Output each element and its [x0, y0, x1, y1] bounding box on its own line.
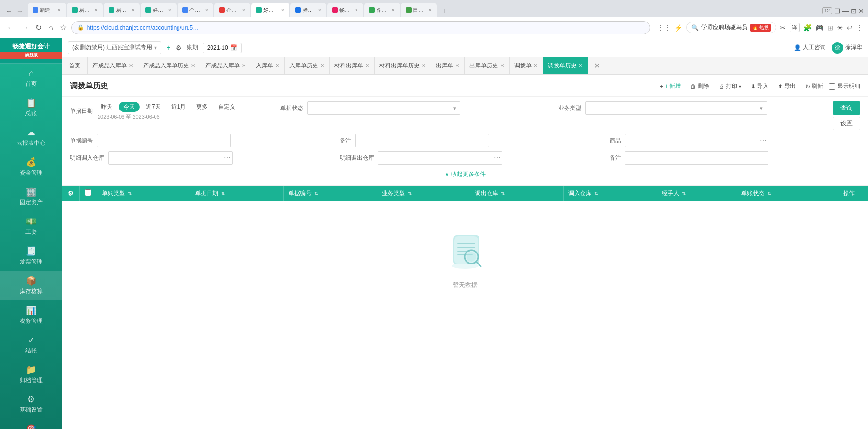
lightning-icon[interactable]: ⚡ — [674, 24, 682, 32]
show-hide-checkbox[interactable] — [829, 83, 835, 90]
close-icon[interactable]: ✕ — [242, 63, 246, 69]
grid-icon[interactable]: ⋮⋮ — [657, 24, 670, 32]
browser-tab-9[interactable]: 各… ✕ — [364, 3, 400, 17]
sidebar-item-funds[interactable]: 💰 资金管理 — [0, 152, 62, 182]
tab-home[interactable]: 首页 — [62, 57, 88, 75]
nav-refresh[interactable]: ↻ — [33, 21, 44, 34]
browser-tab-3[interactable]: 易… ✕ — [104, 3, 140, 17]
tab-material-outbound[interactable]: 材料出库单 ✕ — [330, 57, 375, 75]
nav-back[interactable]: ← — [5, 22, 16, 34]
extension-icon1[interactable]: 🧩 — [803, 24, 812, 32]
col-no[interactable]: 单据编号 ⇅ — [283, 186, 377, 201]
tab-close[interactable]: ✕ — [94, 8, 98, 12]
date-btn-yesterday[interactable]: 昨天 — [97, 101, 117, 112]
date-btn-more[interactable]: 更多 — [192, 101, 212, 112]
query-button[interactable]: 查询 — [833, 101, 860, 115]
extension-icon2[interactable]: 🎮 — [815, 24, 823, 32]
tab-inbound[interactable]: 入库单 ✕ — [251, 57, 285, 75]
import-button[interactable]: ⬇ 导入 — [747, 80, 772, 92]
col-out-warehouse[interactable]: 调出仓库 ⇅ — [470, 186, 563, 201]
tab-product-inbound-history[interactable]: 产成品入库单历史 ✕ — [138, 57, 200, 75]
tab-close[interactable]: ✕ — [281, 8, 285, 12]
close-icon[interactable]: ✕ — [534, 63, 538, 69]
nav-bookmark[interactable]: ☆ — [58, 21, 68, 34]
browser-tab-7[interactable]: 腾… ✕ — [290, 3, 326, 17]
sidebar-item-guide[interactable]: 🎯 新手引导 — [0, 419, 62, 429]
browser-tab-1[interactable]: 新建 ✕ — [28, 3, 66, 17]
col-handler[interactable]: 经手人 ⇅ — [657, 186, 736, 201]
print-button[interactable]: 🖨 打印 ▾ — [715, 80, 745, 92]
close-icon[interactable]: ✕ — [129, 63, 133, 69]
sidebar-item-assets[interactable]: 🏢 固定资产 — [0, 182, 62, 211]
close-icon[interactable]: ✕ — [455, 63, 459, 69]
checkbox-col-header[interactable] — [79, 186, 97, 201]
close-icon[interactable]: ✕ — [320, 63, 324, 69]
goods-input[interactable] — [625, 134, 768, 147]
settings-col-header[interactable]: ⚙ — [62, 186, 79, 201]
remark2-input[interactable] — [625, 151, 768, 165]
col-type[interactable]: 单账类型 ⇅ — [97, 186, 190, 201]
col-date[interactable]: 单据日期 ⇅ — [190, 186, 283, 201]
goods-ellipsis[interactable]: ⋯ — [760, 137, 767, 144]
nav-home[interactable]: ⌂ — [46, 22, 55, 34]
nav-forward[interactable]: → — [19, 22, 31, 34]
search-bar[interactable]: 🔍 学霸应聘场驱鸟员 🔥 热搜 — [686, 22, 776, 33]
sidebar-item-reports[interactable]: ☁ 云报表中心 — [0, 122, 62, 152]
browser-tab-5[interactable]: 个… ✕ — [178, 3, 213, 17]
export-button[interactable]: ⬆ 导出 — [774, 80, 800, 92]
tab-outbound[interactable]: 出库单 ✕ — [431, 57, 465, 75]
browser-tab-10[interactable]: 目… ✕ — [401, 3, 437, 17]
tab-close[interactable]: ✕ — [391, 8, 395, 12]
menu-icon[interactable]: ⋮ — [857, 24, 863, 32]
browser-tab-6[interactable]: 企… ✕ — [214, 3, 250, 17]
company-selector[interactable]: (勿删勿禁用) 江西服宝测试专用 ▾ — [68, 41, 161, 54]
refresh-button[interactable]: ↻ 刷新 — [801, 80, 827, 92]
detail-out-input[interactable] — [378, 151, 502, 165]
set-button[interactable]: 设置 — [833, 117, 860, 130]
tab-inbound-history[interactable]: 入库单历史 ✕ — [285, 57, 330, 75]
detail-in-input[interactable] — [108, 151, 233, 165]
tab-material-outbound-history[interactable]: 材料出库单历史 ✕ — [375, 57, 431, 75]
tab-product-inbound-2[interactable]: 产成品入库单 ✕ — [200, 57, 251, 75]
new-button[interactable]: + + 新增 — [656, 80, 685, 92]
biz-type-select[interactable]: ▾ — [585, 101, 767, 115]
browser-tab-active[interactable]: 好… ✕ — [251, 3, 289, 17]
remark-input[interactable] — [355, 134, 489, 147]
sidebar-item-tax[interactable]: 📊 税务管理 — [0, 300, 62, 330]
close-icon[interactable]: ✕ — [579, 63, 583, 69]
period-selector[interactable]: 2021-10 📅 — [203, 43, 242, 53]
translate-icon[interactable]: 译 — [790, 23, 800, 32]
browser-tab-8[interactable]: 畅… ✕ — [327, 3, 363, 17]
settings-button[interactable]: ⚙ — [176, 44, 182, 52]
sidebar-item-inventory[interactable]: 📦 库存核算 — [0, 271, 62, 300]
tab-close[interactable]: ✕ — [428, 8, 432, 12]
close-icon[interactable]: ✕ — [422, 63, 426, 69]
delete-button[interactable]: 🗑 删除 — [687, 80, 713, 92]
user-service[interactable]: 👤 人工咨询 — [794, 44, 826, 52]
show-hide-toggle[interactable]: 显示明细 — [829, 82, 860, 90]
doc-no-input[interactable] — [97, 134, 231, 147]
extension-icon3[interactable]: ⊞ — [827, 24, 833, 32]
date-btn-today[interactable]: 今天 — [119, 102, 140, 112]
col-in-warehouse[interactable]: 调入仓库 ⇅ — [563, 186, 657, 201]
close-icon[interactable]: ✕ — [191, 63, 195, 69]
close-icon[interactable]: ✕ — [365, 63, 369, 69]
sidebar-item-settings[interactable]: ⚙ 基础设置 — [0, 389, 62, 419]
sidebar-item-home[interactable]: ⌂ 首页 — [0, 64, 62, 93]
sidebar-item-ledger[interactable]: 📋 总账 — [0, 93, 62, 122]
scissors-icon[interactable]: ✂ — [780, 24, 786, 32]
undo-icon[interactable]: ↩ — [847, 24, 853, 32]
col-status[interactable]: 单账状态 ⇅ — [736, 186, 830, 201]
date-btn-1month[interactable]: 近1月 — [167, 101, 190, 112]
sidebar-item-salary[interactable]: 💵 工资 — [0, 211, 62, 241]
tab-close[interactable]: ✕ — [355, 8, 358, 12]
add-company-button[interactable]: + — [166, 44, 170, 52]
status-select[interactable]: ▾ — [307, 101, 460, 115]
col-biz-type[interactable]: 业务类型 ⇅ — [377, 186, 470, 201]
browser-tab-2[interactable]: 易… ✕ — [67, 3, 103, 17]
tab-outbound-history[interactable]: 出库单历史 ✕ — [465, 57, 510, 75]
tab-transfer[interactable]: 调拨单 ✕ — [510, 57, 543, 75]
new-tab-button[interactable]: + — [438, 7, 450, 17]
tab-close[interactable]: ✕ — [131, 8, 135, 12]
tab-close[interactable]: ✕ — [57, 8, 61, 12]
